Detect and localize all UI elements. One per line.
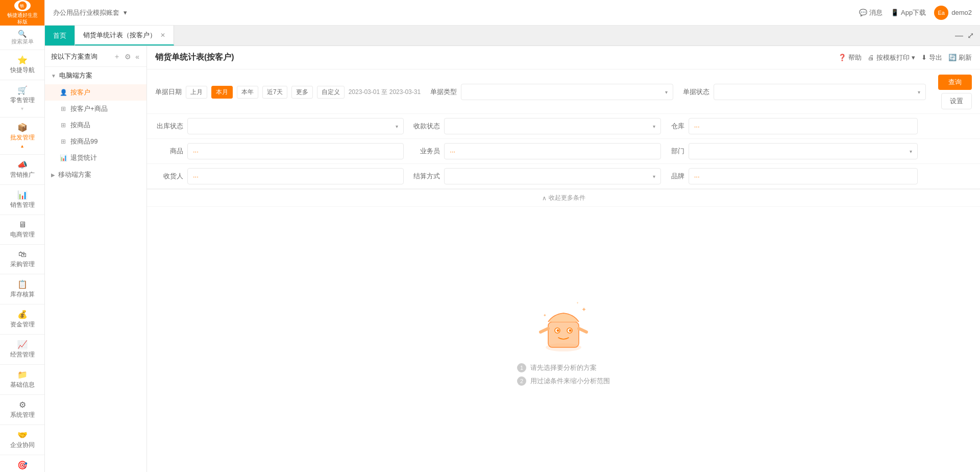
filter-wrapper: 单据日期 上月 本月 本年 近7天 更多 自定义 2023-03-01 至 20… bbox=[147, 69, 980, 206]
tab-sales-stats[interactable]: 销货单统计表（按客户） ✕ bbox=[75, 26, 174, 45]
sidebar-item-system[interactable]: ⚙ 系统管理 bbox=[0, 395, 44, 425]
bill-type-dropdown-icon: ▾ bbox=[665, 89, 668, 95]
template-print-action[interactable]: 🖨 按模板打印 ▾ bbox=[868, 53, 915, 62]
scheme-item-by-customer[interactable]: 👤 按客户 bbox=[45, 84, 146, 101]
scheme-item-return-stats-label: 退货统计 bbox=[70, 153, 97, 162]
sidebar-item-retail[interactable]: 🛒 零售管理 ▾ bbox=[0, 80, 44, 117]
help-action[interactable]: ❓ 帮助 bbox=[838, 53, 862, 62]
message-btn[interactable]: 💬 消息 bbox=[859, 8, 883, 17]
scheme-item-by-customer-goods[interactable]: ⊞ 按客户+商品 bbox=[45, 101, 146, 117]
settlement-input[interactable]: ▾ bbox=[444, 168, 660, 184]
tab-home[interactable]: 首页 bbox=[45, 26, 75, 45]
app-name-dropdown-icon[interactable]: ▾ bbox=[124, 9, 127, 16]
sidebar-item-purchase[interactable]: 🛍 采购管理 bbox=[0, 245, 44, 274]
scheme-panel-header: 按以下方案查询 ＋ ⚙ « bbox=[45, 46, 146, 67]
refresh-label: 刷新 bbox=[959, 53, 972, 62]
scheme-item-by-customer-label: 按客户 bbox=[70, 88, 90, 97]
sidebar-item-search[interactable]: 🔍 搜索菜单 bbox=[0, 26, 44, 50]
sidebar-item-finance[interactable]: 💰 资金管理 bbox=[0, 304, 44, 335]
avatar: Ea bbox=[934, 6, 948, 20]
out-status-input[interactable]: ▾ bbox=[187, 118, 404, 134]
collapse-bar[interactable]: ∧ 收起更多条件 bbox=[147, 189, 980, 206]
scheme-settings-button[interactable]: ⚙ bbox=[124, 51, 132, 62]
scheme-group-desktop-label: 电脑端方案 bbox=[59, 71, 92, 80]
out-status-label: 出库状态 bbox=[155, 122, 183, 131]
page-title: 销货单统计表(按客户) bbox=[155, 52, 234, 69]
sidebar-item-ecommerce[interactable]: 🖥 电商管理 bbox=[0, 215, 44, 245]
sidebar-item-newguide[interactable]: 🎯 新手引导 bbox=[0, 455, 44, 472]
arrow-down-icon: ▼ bbox=[51, 73, 56, 79]
user-name: demo2 bbox=[951, 9, 972, 16]
sidebar-item-basic[interactable]: 📁 基础信息 bbox=[0, 365, 44, 395]
scheme-collapse-button[interactable]: « bbox=[134, 51, 140, 62]
scheme-group-desktop: ▼ 电脑端方案 👤 按客户 ⊞ 按客户+商品 ⊞ 按商品 ⊞ 按商品99 bbox=[45, 67, 146, 166]
scheme-panel-title: 按以下方案查询 bbox=[51, 52, 97, 61]
sidebar-item-operation[interactable]: 📈 经营管理 bbox=[0, 335, 44, 365]
sidebar-item-sales[interactable]: 📊 销售管理 bbox=[0, 185, 44, 215]
svg-text:✦: ✦ bbox=[576, 301, 579, 304]
brand-input[interactable]: ··· bbox=[689, 168, 918, 184]
svg-text:畅: 畅 bbox=[20, 3, 24, 8]
scheme-item-return-stats[interactable]: 📊 退货统计 bbox=[45, 150, 146, 166]
scheme-item-by-goods[interactable]: ⊞ 按商品 bbox=[45, 117, 146, 133]
scheme-item-by-goods99-label: 按商品99 bbox=[70, 137, 97, 146]
tip-num-2: 2 bbox=[517, 376, 526, 386]
date-btn-custom[interactable]: 自定义 bbox=[317, 86, 345, 99]
scheme-group-desktop-header[interactable]: ▼ 电脑端方案 bbox=[45, 67, 146, 84]
date-btn-last-month[interactable]: 上月 bbox=[186, 86, 207, 99]
scheme-item-by-goods99[interactable]: ⊞ 按商品99 bbox=[45, 133, 146, 150]
date-btn-more[interactable]: 更多 bbox=[291, 86, 313, 99]
help-label: 帮助 bbox=[848, 53, 862, 62]
bill-status-input[interactable]: ▾ bbox=[714, 84, 926, 100]
sidebar-item-marketing[interactable]: 📣 营销推广 bbox=[0, 155, 44, 185]
bill-type-label: 单据类型 bbox=[429, 87, 457, 97]
scheme-add-button[interactable]: ＋ bbox=[112, 51, 121, 62]
svg-point-7 bbox=[557, 329, 559, 332]
settings-button[interactable]: 设置 bbox=[941, 93, 972, 109]
collect-status-input[interactable]: ▾ bbox=[444, 118, 660, 134]
empty-tip-1: 1 请先选择要分析的方案 bbox=[517, 363, 610, 372]
help-icon: ❓ bbox=[838, 54, 846, 61]
sidebar-item-inventory[interactable]: 📋 库存核算 bbox=[0, 274, 44, 304]
settlement-dropdown-icon: ▾ bbox=[653, 174, 655, 179]
tabbar: 首页 销货单统计表（按客户） ✕ — ⤢ bbox=[45, 26, 980, 46]
sidebar-item-cooperation[interactable]: 🤝 企业协同 bbox=[0, 425, 44, 455]
date-btn-last7days[interactable]: 近7天 bbox=[262, 86, 287, 99]
tab-maximize-button[interactable]: ⤢ bbox=[967, 31, 974, 40]
out-status-dropdown-icon: ▾ bbox=[396, 124, 398, 129]
print-icon: 🖨 bbox=[868, 54, 874, 61]
receiver-input[interactable]: ··· bbox=[187, 168, 404, 184]
date-label: 单据日期 bbox=[155, 87, 182, 97]
brand-label: 品牌 bbox=[669, 172, 684, 181]
date-btn-this-month[interactable]: 本月 bbox=[211, 86, 233, 99]
date-btn-this-year[interactable]: 本年 bbox=[237, 86, 258, 99]
topbar-right: 💬 消息 📱 App下载 Ea demo2 bbox=[859, 6, 972, 20]
department-input[interactable]: ▾ bbox=[689, 143, 918, 159]
query-button[interactable]: 查询 bbox=[938, 75, 972, 90]
sidebar-item-quick[interactable]: ⭐ 快捷导航 bbox=[0, 50, 44, 80]
close-icon[interactable]: ✕ bbox=[160, 32, 165, 39]
user-info[interactable]: Ea demo2 bbox=[934, 6, 972, 20]
scheme-group-mobile-header[interactable]: ▶ 移动端方案 bbox=[45, 166, 146, 183]
salesman-input[interactable]: ··· bbox=[444, 143, 660, 159]
content-area: 按以下方案查询 ＋ ⚙ « ▼ 电脑端方案 👤 按客户 ⊞ bbox=[45, 46, 980, 472]
empty-tip-2: 2 用过滤条件来缩小分析范围 bbox=[517, 376, 610, 386]
collect-status-label: 收款状态 bbox=[412, 122, 440, 131]
template-print-label: 按模板打印 bbox=[876, 53, 910, 62]
sidebar-item-wholesale[interactable]: 📦 批发管理 ▴ bbox=[0, 117, 44, 155]
filter-row-4: 收货人 ··· 结算方式 ▾ 品牌 bbox=[147, 164, 980, 189]
export-label: 导出 bbox=[929, 53, 942, 62]
app-download-btn[interactable]: 📱 App下载 bbox=[891, 8, 926, 17]
tab-home-label: 首页 bbox=[53, 31, 66, 40]
chevron-up-icon: ∧ bbox=[542, 195, 547, 202]
refresh-action[interactable]: 🔄 刷新 bbox=[948, 53, 972, 62]
scheme-group-mobile: ▶ 移动端方案 bbox=[45, 166, 146, 183]
goods-input[interactable]: ··· bbox=[187, 143, 404, 159]
table-icon: ⊞ bbox=[59, 105, 67, 113]
warehouse-input[interactable]: ··· bbox=[689, 118, 918, 134]
collect-status-dropdown-icon: ▾ bbox=[653, 124, 655, 129]
tab-minimize-button[interactable]: — bbox=[955, 31, 963, 40]
department-label: 部门 bbox=[669, 147, 684, 156]
bill-type-input[interactable]: ▾ bbox=[461, 84, 673, 100]
export-action[interactable]: ⬇ 导出 bbox=[921, 53, 942, 62]
